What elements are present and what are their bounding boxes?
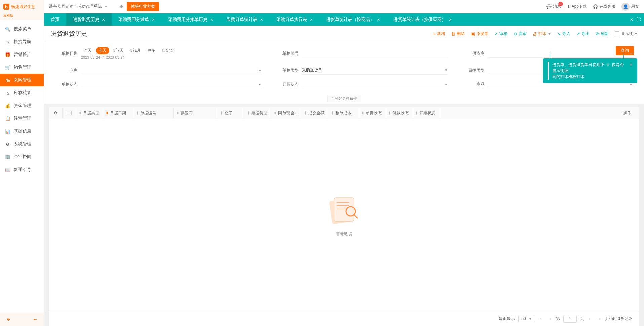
tab-7[interactable]: 进货单统计表（按供应商）✕ xyxy=(387,13,458,26)
tab-close-icon[interactable]: ✕ xyxy=(260,17,263,22)
tab-5[interactable]: 采购订单执行表✕ xyxy=(270,13,319,26)
per-page-select[interactable]: 50 ▼ xyxy=(518,315,535,322)
header-label: 成交金额 xyxy=(308,110,325,116)
doctype-select[interactable]: 采购退货单▼ xyxy=(302,66,448,75)
sidebar-item-1[interactable]: ⌂快捷导航 xyxy=(0,35,44,48)
tab-close-icon[interactable]: ✕ xyxy=(210,17,213,22)
sidebar-collapse-icon[interactable]: ⇤ xyxy=(34,317,37,322)
sidebar-item-2[interactable]: 🎁营销推广 xyxy=(0,48,44,61)
column-header[interactable]: ▲▼单据类型 xyxy=(76,107,103,119)
app-download-link[interactable]: ⬇ App下载 xyxy=(567,4,587,9)
tab-label: 采购订单统计表 xyxy=(227,16,257,23)
experience-button[interactable]: 体验行业方案 xyxy=(127,2,159,11)
system-selector[interactable]: 装备及固定资产辅助管理系统 ▼ xyxy=(49,4,116,9)
tab-0[interactable]: 首页 xyxy=(44,13,66,26)
header-label: 供应商 xyxy=(181,110,193,116)
collapse-filters-button[interactable]: ⌃ 收起更多条件 xyxy=(327,95,361,102)
tab-1[interactable]: 进货退货历史✕ xyxy=(66,13,112,26)
column-header[interactable]: ▲▼开票状态 xyxy=(412,107,439,119)
column-header[interactable]: ▲▼成交金额 xyxy=(301,107,328,119)
discard-button[interactable]: ⊘弃审 xyxy=(514,31,527,37)
column-header[interactable]: 操作 xyxy=(615,107,639,119)
warehouse-input[interactable]: ⋯ xyxy=(81,67,262,74)
header-label: 单据日期 xyxy=(110,110,126,116)
header-label: 单据状态 xyxy=(366,110,382,116)
sidebar-item-0[interactable]: 🔍搜索菜单 xyxy=(0,23,44,35)
menu-icon: 🛒 xyxy=(5,65,10,70)
tooltip-close-icon[interactable]: ✕ xyxy=(629,62,633,80)
sidebar-item-8[interactable]: 📊基础信息 xyxy=(0,125,44,138)
refresh-button[interactable]: ⟳刷新 xyxy=(596,31,609,37)
messages-link[interactable]: 💬 消息 6 xyxy=(546,4,561,9)
sidebar-item-4[interactable]: 🛍采购管理 xyxy=(0,74,44,86)
sort-icon: ▲▼ xyxy=(136,111,139,115)
column-header[interactable]: ▲▼供应商 xyxy=(174,107,217,119)
date-range: 2023-03-24 至 2023-03-24 xyxy=(81,55,262,60)
next-page-button[interactable]: › xyxy=(588,316,592,321)
sidebar-item-6[interactable]: 💰资金管理 xyxy=(0,99,44,112)
supplier-input[interactable]: ⋯ xyxy=(488,50,634,58)
close-all-tabs-icon[interactable]: ✕ xyxy=(630,17,633,22)
more-icon[interactable]: ⋯ xyxy=(257,68,262,73)
invoicestatus-select[interactable]: ▼ xyxy=(302,81,448,88)
tab-2[interactable]: 采购费用分摊单✕ xyxy=(112,13,161,26)
date-option[interactable]: 昨天 xyxy=(81,47,94,54)
customer-service-link[interactable]: 🎧 在线客服 xyxy=(593,4,615,9)
export-button[interactable]: ↗导出 xyxy=(576,31,590,37)
menu-label: 企业协同 xyxy=(14,154,31,160)
select-all-checkbox[interactable] xyxy=(63,107,76,119)
export-icon: ↗ xyxy=(576,31,580,36)
page-summary: 共0页, 0条记录 xyxy=(605,316,632,322)
audit-button[interactable]: ✓审核 xyxy=(494,31,507,37)
column-header[interactable]: ▲▼同单现金... xyxy=(271,107,301,119)
page-input[interactable] xyxy=(563,315,577,323)
invoice-button[interactable]: ▣添发票 xyxy=(471,31,488,37)
sidebar-item-7[interactable]: 📋经营管理 xyxy=(0,112,44,125)
tab-4[interactable]: 采购订单统计表✕ xyxy=(220,13,270,26)
docstatus-select[interactable]: ▼ xyxy=(81,81,262,88)
delete-button[interactable]: 🗑删除 xyxy=(451,31,465,37)
column-header[interactable]: ▲▼票据类型 xyxy=(244,107,271,119)
date-option[interactable]: 今天 xyxy=(96,47,109,54)
detail-toggle[interactable]: 显示明细 xyxy=(615,31,637,37)
tab-close-icon[interactable]: ✕ xyxy=(310,17,313,22)
column-header[interactable]: ▲▼仓库 xyxy=(217,107,244,119)
more-icon[interactable]: ⋯ xyxy=(630,51,634,56)
tab-3[interactable]: 采购费用分摊单历史✕ xyxy=(161,13,220,26)
column-header[interactable]: ▲▼单据编号 xyxy=(133,107,174,119)
import-button[interactable]: ↘导入 xyxy=(557,31,570,37)
tab-close-icon[interactable]: ✕ xyxy=(152,17,155,22)
sort-icon: ▲▼ xyxy=(106,111,109,115)
column-header[interactable]: ▲▼付款状态 xyxy=(385,107,412,119)
sidebar-item-10[interactable]: 🏢企业协同 xyxy=(0,150,44,163)
settings-icon[interactable]: ⚙ xyxy=(7,317,10,322)
date-option[interactable]: 自定义 xyxy=(159,47,177,54)
logo[interactable]: b 畅捷通好生意 xyxy=(0,0,44,13)
date-option[interactable]: 近1月 xyxy=(128,47,144,54)
tab-close-icon[interactable]: ✕ xyxy=(449,17,452,22)
column-header[interactable]: ▲▼单据状态 xyxy=(358,107,385,119)
column-header[interactable]: ▲▼整单成本... xyxy=(328,107,358,119)
column-header[interactable]: ▲▼单据日期 xyxy=(103,107,133,119)
table-settings-button[interactable]: ⚙ xyxy=(49,107,63,119)
tab-label: 进货退货历史 xyxy=(73,16,99,23)
system-settings-icon[interactable]: ⚙ xyxy=(120,4,123,9)
tab-close-icon[interactable]: ✕ xyxy=(377,17,380,22)
last-page-button[interactable]: ⇥ xyxy=(595,316,602,321)
add-button[interactable]: +新增 xyxy=(433,31,445,37)
fullscreen-icon[interactable]: ⛶ xyxy=(637,17,641,22)
print-button[interactable]: 🖨打印▼ xyxy=(533,31,551,37)
user-menu[interactable]: 👤 用友 xyxy=(621,3,639,11)
date-option[interactable]: 近7天 xyxy=(111,47,126,54)
tab-close-icon[interactable]: ✕ xyxy=(102,17,105,22)
sidebar-item-5[interactable]: ⌂库存核算 xyxy=(0,86,44,99)
sidebar-item-11[interactable]: 📖新手引导 xyxy=(0,163,44,176)
sidebar-item-3[interactable]: 🛒销售管理 xyxy=(0,61,44,74)
docno-input[interactable] xyxy=(302,50,448,57)
first-page-button[interactable]: ⇤ xyxy=(538,316,545,321)
date-option[interactable]: 更多 xyxy=(145,47,158,54)
prev-page-button[interactable]: ‹ xyxy=(548,316,553,321)
tab-6[interactable]: 进货单统计表（按商品）✕ xyxy=(319,13,387,26)
tooltip-inline-close-icon[interactable]: ✕ xyxy=(606,62,610,67)
sidebar-item-9[interactable]: ⚙系统管理 xyxy=(0,138,44,150)
